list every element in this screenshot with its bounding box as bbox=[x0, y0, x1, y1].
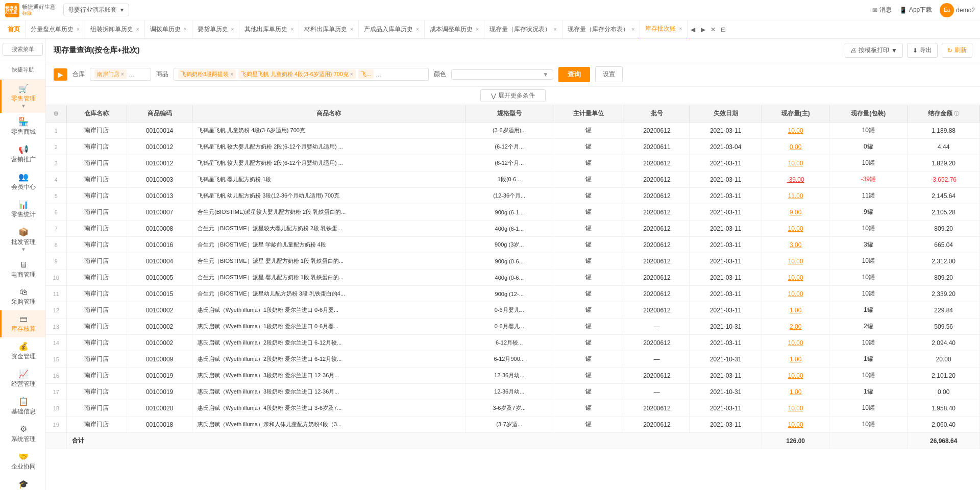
settings-icon[interactable]: ⚙ bbox=[53, 110, 59, 117]
cell-qty-main[interactable]: -39.00 bbox=[762, 172, 829, 188]
tab-cailiao[interactable]: 材料出库单历史 × bbox=[299, 20, 359, 39]
sidebar-item-system[interactable]: ⚙ 系统管理 bbox=[0, 420, 45, 448]
close-icon[interactable]: × bbox=[184, 27, 187, 32]
product-tag-more: 飞... bbox=[358, 69, 374, 79]
more-text: ... bbox=[376, 71, 381, 78]
close-icon[interactable]: × bbox=[290, 27, 293, 32]
cell-qty-main[interactable]: 0.00 bbox=[762, 139, 829, 155]
color-filter[interactable]: ▼ bbox=[451, 69, 553, 80]
close-icon[interactable]: × bbox=[416, 27, 419, 32]
tab-diaob[interactable]: 调拨单历史 × bbox=[145, 20, 192, 39]
sidebar-item-finance[interactable]: 💰 资金管理 bbox=[0, 337, 45, 365]
tab-menu-btn[interactable]: ⊟ bbox=[718, 20, 728, 39]
cell-name: 合生元（BIOSTIME）派星幼儿配方奶粉 3段 乳铁蛋白的4... bbox=[192, 286, 465, 302]
close-icon[interactable]: × bbox=[121, 71, 124, 77]
close-icon[interactable]: × bbox=[350, 27, 353, 32]
tab-xiancun1[interactable]: 现存量（库存状况表） × bbox=[484, 20, 562, 39]
sidebar-item-purchase[interactable]: 🛍 采购管理 bbox=[0, 283, 45, 310]
tab-yaohuo[interactable]: 要货单历史 × bbox=[192, 20, 240, 39]
search-btn[interactable]: 查询 bbox=[558, 67, 590, 82]
close-icon[interactable]: × bbox=[476, 27, 479, 32]
sidebar-item-inventory[interactable]: 🗃 库存核算 bbox=[0, 310, 45, 337]
sidebar-item-wholesale[interactable]: 📦 批发管理 ▼ bbox=[0, 223, 45, 256]
cell-qty-main[interactable]: 10.00 bbox=[762, 335, 829, 351]
cell-qty-main[interactable]: 10.00 bbox=[762, 416, 829, 433]
close-icon[interactable]: × bbox=[231, 27, 234, 32]
cell-qty-main[interactable]: 1.00 bbox=[762, 384, 829, 400]
tab-kucun-active[interactable]: 库存批次账 × bbox=[640, 20, 688, 39]
cell-code: 00100020 bbox=[127, 400, 192, 416]
cell-qty-main[interactable]: 10.00 bbox=[762, 155, 829, 172]
cell-qty-main[interactable]: 1.00 bbox=[762, 351, 829, 368]
cell-qty-main[interactable]: 10.00 bbox=[762, 400, 829, 416]
warehouse-filter[interactable]: 南岸门店 × ... bbox=[90, 68, 151, 81]
expand-conditions-btn[interactable]: ⋁ 展开更多条件 bbox=[480, 89, 546, 102]
tab-fendian[interactable]: 分量盘点单历史 × bbox=[26, 20, 85, 39]
cell-qty-main[interactable]: 3.00 bbox=[762, 237, 829, 253]
cell-qty-main[interactable]: 1.00 bbox=[762, 302, 829, 318]
cell-qty-main[interactable]: 10.00 bbox=[762, 122, 829, 139]
sidebar-item-retail-mgmt[interactable]: 🛒 零售管理 ▼ bbox=[0, 80, 45, 113]
close-icon[interactable]: × bbox=[77, 27, 80, 32]
cell-qty-main[interactable]: 10.00 bbox=[762, 220, 829, 237]
store-selector[interactable]: 母婴行业演示账套 ▼ bbox=[63, 4, 129, 16]
col-settings[interactable]: ⚙ bbox=[46, 105, 66, 122]
tab-chengben[interactable]: 成本调整单历史 × bbox=[425, 20, 484, 39]
sidebar-item-retail-stats[interactable]: 📊 零售统计 bbox=[0, 195, 45, 223]
sidebar-item-base-info[interactable]: 📋 基础信息 bbox=[0, 393, 45, 420]
cell-unit: 罐 bbox=[553, 237, 624, 253]
cell-qty-main[interactable]: 2.00 bbox=[762, 318, 829, 335]
quick-nav-btn[interactable]: 快捷导航 bbox=[0, 63, 45, 77]
col-unit: 主计量单位 bbox=[553, 105, 624, 122]
cell-batch: 20200612 bbox=[624, 204, 690, 220]
cell-warehouse: 南岸门店 bbox=[66, 188, 127, 204]
sidebar-item-ecommerce[interactable]: 🖥 电商管理 bbox=[0, 256, 45, 283]
refresh-btn[interactable]: ↻ 刷新 bbox=[942, 43, 972, 58]
sidebar-item-label: 基础信息 bbox=[4, 407, 43, 416]
close-icon[interactable]: × bbox=[350, 71, 353, 77]
tab-chengpin[interactable]: 产成品入库单历史 × bbox=[359, 20, 425, 39]
tab-prev-btn[interactable]: ◀ bbox=[688, 20, 698, 39]
cell-qty-main[interactable]: 9.00 bbox=[762, 204, 829, 220]
cell-qty-main[interactable]: 10.00 bbox=[762, 270, 829, 286]
cell-name: 惠氏启赋（Wyeth illuma）3段奶粉 爱尔兰进口 12-36月... bbox=[192, 384, 465, 400]
search-menu-btn[interactable]: 搜索菜单 bbox=[3, 43, 43, 56]
filter-expand-arrow[interactable]: ▶ bbox=[54, 68, 67, 81]
sidebar-item-collab[interactable]: 🤝 企业协同 bbox=[0, 448, 45, 475]
tab-close-all-btn[interactable]: ✕ bbox=[708, 20, 718, 39]
close-icon[interactable]: × bbox=[230, 71, 233, 77]
cell-qty-main[interactable]: 10.00 bbox=[762, 286, 829, 302]
product-filter[interactable]: 飞鹤奶粉3段两提装 × 飞鹤星飞帆 儿童奶粉 4段(3-6岁适用) 700克 ×… bbox=[174, 68, 429, 81]
sidebar-nav-section: 快捷导航 bbox=[0, 60, 45, 80]
message-btn[interactable]: ✉ 消息 bbox=[872, 6, 892, 14]
close-icon[interactable]: × bbox=[554, 27, 557, 32]
tab-zuzhuang[interactable]: 组装拆卸单历史 × bbox=[85, 20, 145, 39]
tab-xiancun2[interactable]: 现存量（库存分布表） × bbox=[562, 20, 641, 39]
cell-expire: 2021-03-11 bbox=[690, 253, 762, 270]
template-print-btn[interactable]: 🖨 按模板打印 ▼ bbox=[845, 43, 903, 58]
close-icon[interactable]: × bbox=[136, 27, 139, 32]
sidebar-item-member[interactable]: 👥 会员中心 bbox=[0, 168, 45, 195]
app-download-btn[interactable]: 📱 App下载 bbox=[899, 6, 932, 14]
close-icon[interactable]: × bbox=[679, 26, 682, 32]
sidebar-item-operations[interactable]: 📈 经营管理 bbox=[0, 365, 45, 393]
cell-qty-main[interactable]: 11.00 bbox=[762, 188, 829, 204]
sidebar-item-retail-shop[interactable]: 🏪 零售商城 bbox=[0, 113, 45, 140]
tab-home[interactable]: 首页 bbox=[3, 20, 26, 39]
tab-next-btn[interactable]: ▶ bbox=[698, 20, 708, 39]
tab-qitachu[interactable]: 其他出库单历史 × bbox=[239, 20, 299, 39]
close-icon[interactable]: × bbox=[632, 27, 635, 32]
export-btn[interactable]: ⬇ 导出 bbox=[907, 43, 938, 58]
sidebar-item-guide[interactable]: 🎓 新手引导 bbox=[0, 475, 45, 490]
sidebar-item-marketing[interactable]: 📢 营销推广 bbox=[0, 140, 45, 168]
sidebar-item-label: 库存核算 bbox=[4, 325, 43, 333]
cell-qty-main[interactable]: 10.00 bbox=[762, 253, 829, 270]
table-row: 13 南岸门店 00100002 惠氏启赋（Wyeth illuma）1段奶粉 … bbox=[46, 318, 980, 335]
setting-btn[interactable]: 设置 bbox=[595, 66, 623, 82]
cell-qty-main[interactable]: 10.00 bbox=[762, 368, 829, 384]
user-profile[interactable]: Ea demo2 bbox=[940, 3, 975, 17]
expand-conditions-row: ⋁ 展开更多条件 bbox=[46, 87, 980, 105]
col-batch: 批号 bbox=[624, 105, 690, 122]
cell-qty-pkg: 10罐 bbox=[829, 122, 908, 139]
cell-code: 00100007 bbox=[127, 204, 192, 220]
